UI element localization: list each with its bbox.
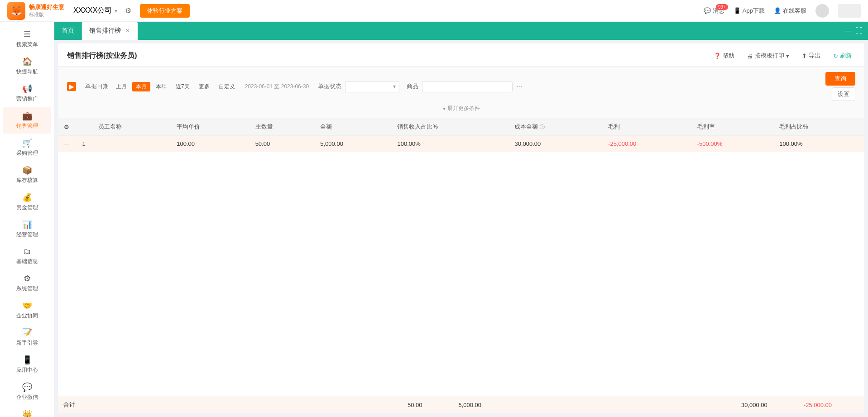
col-cost: 成本全额 ⓘ	[509, 118, 603, 136]
date-tab-7days[interactable]: 近7天	[172, 82, 193, 91]
basic-info-icon: 🗂	[23, 247, 31, 256]
goods-more-icon[interactable]: ···	[516, 82, 522, 91]
filter-settings-button[interactable]: 设置	[832, 87, 855, 101]
sidebar-item-enterprise-wechat[interactable]: 💬 企业微信	[3, 379, 51, 405]
footer-quantity: 50.00	[408, 402, 422, 408]
message-item[interactable]: 💬 消息 99+	[704, 7, 724, 15]
sidebar-item-basic-info[interactable]: 🗂 基础信息	[3, 243, 51, 269]
filter-actions: 查询 设置	[825, 72, 855, 101]
expand-more-row: ▾ 展开更多条件	[67, 105, 855, 112]
online-support-item[interactable]: 👤 在线客服	[774, 7, 806, 15]
member-icon: 👑	[22, 409, 32, 417]
app-center-icon: 📱	[22, 355, 32, 365]
sidebar-item-operations[interactable]: 📊 经营管理	[3, 216, 51, 242]
date-tab-more[interactable]: 更多	[195, 82, 213, 91]
app-name: 畅康通好生意	[29, 4, 64, 11]
message-badge: 99+	[716, 4, 728, 10]
sidebar-item-purchase[interactable]: 🛒 采购管理	[3, 134, 51, 161]
expand-filter-icon[interactable]: ▶	[67, 82, 76, 91]
page-title: 销售排行榜(按业务员)	[67, 51, 137, 61]
sidebar: ☰ 搜索菜单 🏠 快捷导航 📢 营销推广 💼 销售管理 🛒 采购管理 📦 库存核…	[0, 22, 54, 417]
sidebar-item-label: 销售管理	[16, 122, 38, 130]
print-button[interactable]: 🖨 按模板打印 ▾	[743, 50, 793, 62]
tab-bar: 首页 销售排行榜 ✕ — ⛶	[54, 22, 868, 40]
expand-more-button[interactable]: ▾ 展开更多条件	[443, 105, 480, 112]
sidebar-item-label: 经营管理	[16, 231, 38, 239]
chevron-down-icon[interactable]: ▾	[115, 8, 117, 14]
sidebar-item-quick-nav[interactable]: 🏠 快捷导航	[3, 53, 51, 79]
sidebar-item-label: 基础信息	[16, 258, 38, 265]
fullscreen-icon[interactable]: ⛶	[855, 27, 863, 35]
sidebar-item-label: 搜索菜单	[16, 41, 38, 48]
sidebar-item-label: 采购管理	[16, 149, 38, 157]
avatar-2[interactable]	[838, 4, 861, 18]
expand-more-chevron-icon: ▾	[443, 105, 446, 112]
date-tab-this-year[interactable]: 本年	[152, 82, 170, 91]
export-button[interactable]: ⬆ 导出	[798, 50, 824, 62]
sidebar-item-label: 企业微信	[16, 393, 38, 401]
top-header: 🦊 畅康通好生意 标准版 XXXXX公司 ▾ ⚙ 体验行业方案 💬 消息 99+…	[0, 0, 868, 22]
tab-home[interactable]: 首页	[54, 22, 82, 40]
goods-input[interactable]	[422, 81, 513, 92]
date-label: 单据日期	[85, 82, 109, 91]
cell-avg-price: 100.00	[171, 136, 249, 152]
filter-group-date: 单据日期 上月 本月 本年 近7天 更多 自定义 2023-06-01 至 20…	[85, 82, 309, 91]
print-icon: 🖨	[747, 53, 753, 59]
cell-gross: -25,000.00	[603, 136, 692, 152]
help-button[interactable]: ❓ 帮助	[710, 50, 738, 62]
cell-amount: 5,000.00	[315, 136, 392, 152]
col-settings[interactable]: ⚙	[58, 118, 75, 136]
company-selector[interactable]: XXXXX公司 ▾	[73, 6, 117, 15]
date-tab-this-month[interactable]: 本月	[132, 82, 150, 91]
date-tab-custom[interactable]: 自定义	[215, 82, 239, 91]
trial-button[interactable]: 体验行业方案	[140, 4, 190, 18]
sidebar-item-sales[interactable]: 💼 销售管理	[3, 107, 51, 134]
filter-group-status: 单据状态 ▾	[318, 81, 398, 92]
sales-rank-table: ⚙ 员工名称 平均单价 主数量 全额 销售收入占比% 成本全额 ⓘ 毛利 毛利率…	[58, 118, 864, 152]
avatar[interactable]	[815, 4, 829, 18]
system-icon: ⚙	[24, 273, 31, 283]
filter-row-1: ▶ 单据日期 上月 本月 本年 近7天 更多 自定义 2023-06-01 至 …	[67, 72, 855, 101]
sidebar-item-app-center[interactable]: 📱 应用中心	[3, 351, 51, 378]
status-select-wrapper[interactable]	[345, 81, 399, 92]
filter-area: ▶ 单据日期 上月 本月 本年 近7天 更多 自定义 2023-06-01 至 …	[58, 67, 864, 118]
app-download-item[interactable]: 📱 App下载	[734, 7, 765, 15]
sidebar-item-finance[interactable]: 💰 资金管理	[3, 189, 51, 215]
cell-rank: 1	[75, 136, 93, 152]
sidebar-item-label: 营销推广	[16, 95, 38, 103]
table-header: ⚙ 员工名称 平均单价 主数量 全额 销售收入占比% 成本全额 ⓘ 毛利 毛利率…	[58, 118, 864, 136]
refresh-button[interactable]: ↻ 刷新	[830, 50, 855, 62]
cell-cost: 30,000.00	[509, 136, 603, 152]
sidebar-item-member[interactable]: 👑 畅会员	[3, 406, 51, 417]
cell-quantity: 50.00	[250, 136, 315, 152]
status-select[interactable]	[345, 81, 399, 92]
col-quantity: 主数量	[250, 118, 315, 136]
date-tab-last-month[interactable]: 上月	[112, 82, 130, 91]
quick-nav-icon: 🏠	[22, 57, 32, 67]
cell-gross-rate: -500.00%	[692, 136, 774, 152]
guide-icon: 📝	[22, 328, 32, 338]
sidebar-item-label: 库存核算	[16, 177, 38, 184]
enterprise-collab-icon: 🤝	[22, 301, 32, 311]
finance-icon: 💰	[22, 192, 32, 202]
operations-icon: 📊	[22, 220, 32, 230]
support-icon: 👤	[774, 7, 781, 14]
settings-icon[interactable]: ⚙	[122, 5, 134, 17]
tab-sales-rank[interactable]: 销售排行榜 ✕	[82, 22, 138, 40]
sidebar-item-system[interactable]: ⚙ 系统管理	[3, 270, 51, 296]
home-tab-label: 首页	[62, 27, 74, 35]
sales-icon: 💼	[22, 111, 32, 121]
main-layout: ☰ 搜索菜单 🏠 快捷导航 📢 营销推广 💼 销售管理 🛒 采购管理 📦 库存核…	[0, 22, 868, 417]
col-amount: 全额	[315, 118, 392, 136]
sidebar-item-marketing[interactable]: 📢 营销推广	[3, 80, 51, 106]
sidebar-item-inventory[interactable]: 📦 库存核算	[3, 162, 51, 188]
tab-close-icon[interactable]: ✕	[125, 28, 130, 34]
query-button[interactable]: 查询	[825, 72, 855, 86]
sidebar-item-label: 系统管理	[16, 285, 38, 292]
minimize-icon[interactable]: —	[844, 27, 852, 35]
sidebar-item-guide[interactable]: 📝 新手引导	[3, 324, 51, 350]
page-actions: ❓ 帮助 🖨 按模板打印 ▾ ⬆ 导出 ↻ 刷新	[710, 50, 855, 62]
sidebar-item-search-order[interactable]: ☰ 搜索菜单	[3, 26, 51, 52]
online-support-label: 在线客服	[783, 7, 806, 15]
sidebar-item-enterprise-collab[interactable]: 🤝 企业协同	[3, 297, 51, 323]
